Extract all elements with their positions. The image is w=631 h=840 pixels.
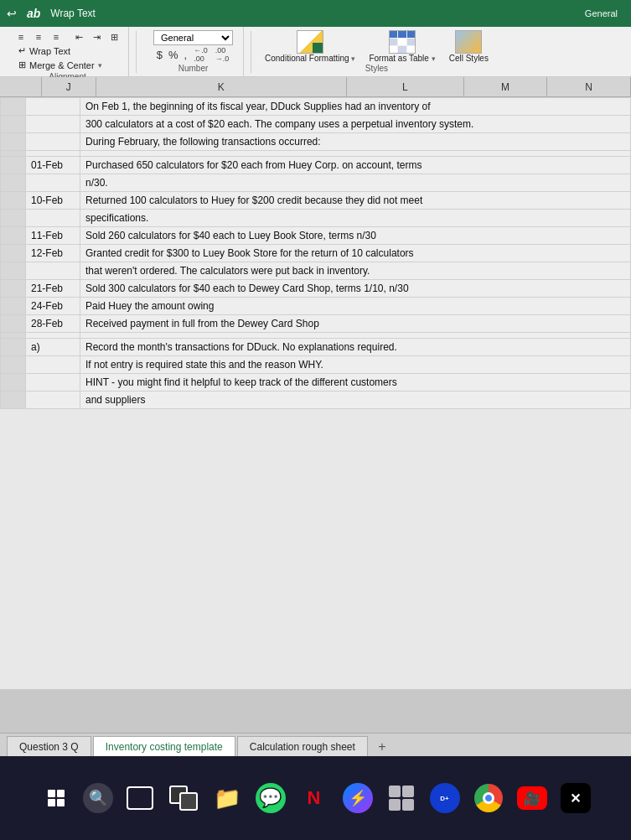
table-row[interactable]: and suppliers — [1, 391, 631, 409]
number-format-select[interactable]: General — [153, 30, 233, 45]
merge-center-button[interactable]: ⊞ Merge & Center ▾ — [13, 58, 107, 72]
align-top-center-icon[interactable]: ≡ — [31, 30, 46, 44]
table-row[interactable]: 21-Feb Sold 300 calculators for $40 each… — [1, 280, 631, 298]
file-explorer-button[interactable]: 📁 — [210, 781, 244, 815]
tab-question3q[interactable]: Question 3 Q — [7, 736, 91, 756]
task-view-button[interactable] — [123, 781, 157, 815]
merge-dropdown-arrow[interactable]: ▾ — [98, 61, 102, 70]
chrome-button[interactable] — [472, 781, 505, 815]
video-button[interactable]: 🎥 — [515, 781, 549, 815]
netflix-button[interactable]: N — [297, 781, 331, 815]
content-cell[interactable]: that weren't ordered. The calculators we… — [80, 262, 631, 280]
row-num-cell — [1, 280, 26, 298]
comma-button[interactable]: , — [183, 47, 189, 63]
date-cell[interactable] — [26, 374, 80, 391]
content-cell[interactable]: Sold 260 calculators for $40 each to Lue… — [80, 227, 631, 245]
content-cell[interactable]: On Feb 1, the beginning of its fiscal ye… — [80, 98, 631, 116]
apps-button[interactable] — [385, 781, 418, 815]
table-row[interactable]: HINT - you might find it helpful to keep… — [1, 374, 631, 391]
table-row[interactable]: 24-Feb Paid Huey the amount owing — [1, 298, 631, 315]
content-cell[interactable]: n/30. — [80, 174, 631, 192]
date-cell[interactable] — [26, 262, 80, 280]
table-row[interactable]: 10-Feb Returned 100 calculators to Huey … — [1, 192, 631, 210]
indent-decrease-icon[interactable]: ⇤ — [71, 30, 86, 44]
percent-button[interactable]: % — [167, 47, 180, 63]
table-row[interactable]: specifications. — [1, 210, 631, 227]
table-row[interactable]: During February, the following transacti… — [1, 133, 631, 151]
content-cell[interactable]: During February, the following transacti… — [80, 133, 631, 151]
format-table-arrow[interactable]: ▾ — [432, 54, 436, 63]
content-cell[interactable]: Received payment in full from the Dewey … — [80, 315, 631, 333]
cell-styles-button[interactable]: Cell Styles — [449, 30, 489, 63]
content-cell[interactable] — [80, 151, 631, 157]
table-row[interactable] — [1, 333, 631, 339]
messenger-button[interactable]: ⚡ — [341, 781, 375, 815]
date-cell[interactable]: 24-Feb — [26, 298, 80, 315]
wrap-text-top[interactable]: Wrap Text — [50, 8, 96, 19]
table-row[interactable]: 300 calculators at a cost of $20 each. T… — [1, 116, 631, 133]
wrap-text-button[interactable]: ↵ Wrap Text — [13, 44, 75, 58]
tab-inventory-costing[interactable]: Inventory costing template — [93, 736, 235, 756]
decimal-increase-button[interactable]: ←.0.00 — [191, 45, 210, 64]
table-row[interactable]: 11-Feb Sold 260 calculators for $40 each… — [1, 227, 631, 245]
date-cell[interactable] — [26, 356, 80, 374]
tab-add-button[interactable]: + — [373, 738, 391, 756]
date-cell[interactable] — [26, 391, 80, 409]
table-row[interactable]: n/30. — [1, 174, 631, 192]
date-cell[interactable] — [26, 151, 80, 157]
format-as-table-button[interactable]: Format as Table ▾ — [369, 30, 435, 63]
x-button[interactable]: ✕ — [559, 781, 592, 815]
table-row[interactable]: 01-Feb Purchased 650 calculators for $20… — [1, 157, 631, 174]
content-cell[interactable]: Record the month's transactions for DDuc… — [80, 339, 631, 356]
disney-plus-button[interactable]: D+ — [428, 781, 462, 815]
table-row[interactable] — [1, 151, 631, 157]
undo-button[interactable]: ↩ — [7, 7, 17, 20]
date-cell[interactable] — [26, 133, 80, 151]
date-cell[interactable] — [26, 116, 80, 133]
table-row[interactable]: a) Record the month's transactions for D… — [1, 339, 631, 356]
content-cell[interactable]: specifications. — [80, 210, 631, 227]
windows-start-button[interactable] — [39, 781, 73, 815]
content-cell[interactable] — [80, 333, 631, 339]
table-row[interactable]: If not entry is required state this and … — [1, 356, 631, 374]
date-cell[interactable]: 12-Feb — [26, 245, 80, 262]
date-cell[interactable]: 28-Feb — [26, 315, 80, 333]
content-cell[interactable]: Returned 100 calculators to Huey for $20… — [80, 192, 631, 210]
multitasking-button[interactable] — [167, 781, 200, 815]
date-cell[interactable]: 01-Feb — [26, 157, 80, 174]
tab-calculation-rough[interactable]: Calculation rough sheet — [237, 736, 368, 756]
row-num-cell — [1, 227, 26, 245]
dollar-sign-button[interactable]: $ — [155, 47, 164, 63]
content-cell[interactable]: Granted credit for $300 to Luey Book Sto… — [80, 245, 631, 262]
merge-icon[interactable]: ⊞ — [106, 30, 122, 44]
content-cell[interactable]: 300 calculators at a cost of $20 each. T… — [80, 116, 631, 133]
date-cell[interactable] — [26, 98, 80, 116]
content-cell[interactable]: If not entry is required state this and … — [80, 356, 631, 374]
content-cell[interactable]: Paid Huey the amount owing — [80, 298, 631, 315]
date-cell[interactable]: a) — [26, 339, 80, 356]
date-cell[interactable] — [26, 174, 80, 192]
table-row[interactable]: that weren't ordered. The calculators we… — [1, 262, 631, 280]
align-top-left-icon[interactable]: ≡ — [13, 30, 28, 44]
whatsapp-button[interactable]: 💬 — [254, 781, 287, 815]
table-row[interactable]: On Feb 1, the beginning of its fiscal ye… — [1, 98, 631, 116]
cond-format-arrow[interactable]: ▾ — [351, 54, 355, 63]
date-cell[interactable] — [26, 210, 80, 227]
indent-increase-icon[interactable]: ⇥ — [89, 30, 104, 44]
table-row[interactable]: 28-Feb Received payment in full from the… — [1, 315, 631, 333]
date-cell[interactable]: 10-Feb — [26, 192, 80, 210]
date-cell[interactable] — [26, 333, 80, 339]
date-cell[interactable]: 11-Feb — [26, 227, 80, 245]
content-cell[interactable]: Purchased 650 calculators for $20 each f… — [80, 157, 631, 174]
decimal-decrease-button[interactable]: .00→.0 — [213, 45, 232, 64]
content-cell[interactable]: Sold 300 calculators for $40 each to Dew… — [80, 280, 631, 298]
conditional-formatting-button[interactable]: Conditional Formatting ▾ — [265, 30, 355, 63]
date-cell[interactable]: 21-Feb — [26, 280, 80, 298]
align-top-right-icon[interactable]: ≡ — [49, 30, 64, 44]
search-button[interactable]: 🔍 — [83, 783, 113, 813]
table-row[interactable]: 12-Feb Granted credit for $300 to Luey B… — [1, 245, 631, 262]
content-cell[interactable]: and suppliers — [80, 391, 631, 409]
content-cell[interactable]: HINT - you might find it helpful to keep… — [80, 374, 631, 391]
ribbon-toolbar: ≡ ≡ ≡ ⇤ ⇥ ⊞ ↵ Wrap Text ⊞ Merge & Center… — [0, 27, 631, 77]
redo-button[interactable]: ab — [27, 7, 40, 20]
